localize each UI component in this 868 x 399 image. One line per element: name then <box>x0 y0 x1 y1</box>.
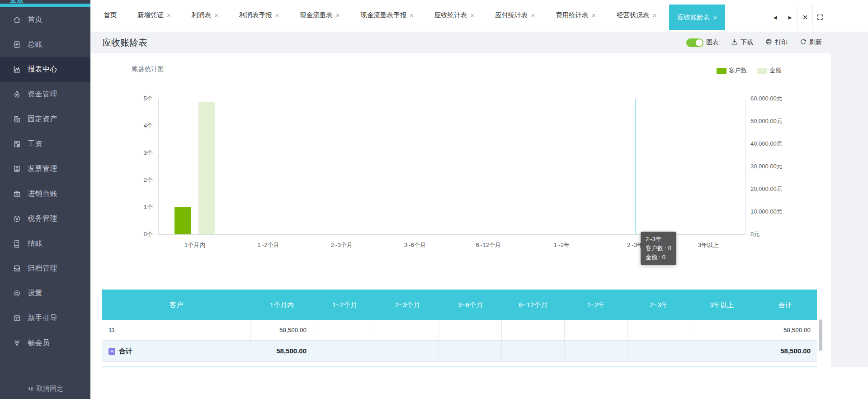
tab-经营状况表[interactable]: 经营状况表× <box>609 0 665 30</box>
column-header-3~6个月[interactable]: 3~6个月 <box>439 290 502 320</box>
sidebar-item-label: 报表中心 <box>28 65 57 74</box>
sidebar-item-invoice-management[interactable]: 发票管理 <box>0 157 90 181</box>
tab-close-icon[interactable]: × <box>652 11 656 19</box>
chart-toggle[interactable]: 图表 <box>686 38 719 47</box>
download-button[interactable]: 下载 <box>731 38 753 47</box>
fullscreen-button[interactable] <box>812 5 827 30</box>
cell <box>690 341 753 361</box>
sidebar-item-beginner-guide[interactable]: 新手引导 <box>0 306 90 331</box>
page-title: 应收账龄表 <box>102 32 147 53</box>
x-axis-line <box>158 234 745 235</box>
print-button[interactable]: 打印 <box>765 38 788 47</box>
sidebar-item-funds-management[interactable]: 资金管理 <box>0 82 90 107</box>
sidebar-item-payroll[interactable]: 工资 <box>0 132 90 157</box>
sidebar-item-tax-management[interactable]: 税务管理 <box>0 206 90 231</box>
y-axis-left-tick: 0个 <box>114 230 153 238</box>
sidebar-item-member[interactable]: 畅会员 <box>0 331 90 356</box>
y-axis-right-tick: 50,000.00元 <box>750 117 809 125</box>
toggle-knob <box>696 39 703 46</box>
unpin-sidebar-button[interactable]: 取消固定 <box>0 381 90 396</box>
y-axis-right-tick: 30,000.00元 <box>750 162 809 171</box>
sidebar-item-settings[interactable]: 设置 <box>0 281 90 306</box>
tab-label: 现金流量表 <box>300 11 333 19</box>
tab-close-icon[interactable]: × <box>410 11 414 19</box>
chart-toggle-switch[interactable] <box>686 38 703 47</box>
tab-应付统计表[interactable]: 应付统计表× <box>487 0 543 30</box>
y-axis-right-tick: 60,000.00元 <box>750 95 809 103</box>
tab-利润表季报[interactable]: 利润表季报× <box>231 0 287 30</box>
gear-icon <box>13 289 22 298</box>
column-header-2~3个月[interactable]: 2~3个月 <box>376 290 439 320</box>
column-header-1~2个月[interactable]: 1~2个月 <box>313 290 376 320</box>
tab-close-icon[interactable]: × <box>336 11 340 19</box>
tab-close-icon[interactable]: × <box>470 11 474 19</box>
tab-label: 应收统计表 <box>434 11 467 19</box>
refresh-button[interactable]: 刷新 <box>800 38 822 47</box>
scroll-tabs-right-button[interactable]: ▶ <box>783 5 797 30</box>
scroll-tabs-left-button[interactable]: ◀ <box>768 5 783 30</box>
tab-利润表[interactable]: 利润表× <box>184 0 226 30</box>
column-header-2~3年[interactable]: 2~3年 <box>627 290 690 320</box>
sidebar-item-archive-management[interactable]: 归档管理 <box>0 256 90 281</box>
app-logo: 业版 <box>0 0 90 7</box>
cell <box>565 341 627 361</box>
cell <box>439 320 502 340</box>
building-icon <box>13 115 22 124</box>
sidebar-item-closing[interactable]: 结账 <box>0 231 90 256</box>
y-axis-right-tick: 10,000.00元 <box>750 208 809 216</box>
print-label: 打印 <box>775 38 788 47</box>
tab-close-icon[interactable]: × <box>214 11 218 19</box>
chart-toggle-label: 图表 <box>706 38 719 47</box>
tab-close-icon[interactable]: × <box>167 11 171 19</box>
table-bottom-accent <box>102 366 817 367</box>
y-axis-right-tick: 20,000.00元 <box>750 185 809 193</box>
tab-bar: 首页新增凭证×利润表×利润表季报×现金流量表×现金流量表季报×应收统计表×应付统… <box>90 0 868 30</box>
tab-label: 应付统计表 <box>495 11 528 19</box>
y-axis-left-tick: 4个 <box>114 122 153 130</box>
download-label: 下载 <box>741 38 753 47</box>
unpin-label: 取消固定 <box>36 385 63 393</box>
tab-现金流量表季报[interactable]: 现金流量表季报× <box>353 0 422 30</box>
tab-应收账龄表[interactable]: 应收账龄表× <box>669 5 725 30</box>
column-header-客户[interactable]: 客户 <box>102 290 250 320</box>
y-axis-left-line <box>158 99 159 234</box>
tab-label: 利润表季报 <box>239 11 272 19</box>
tab-home[interactable]: 首页 <box>95 0 125 30</box>
column-header-6~12个月[interactable]: 6~12个月 <box>502 290 565 320</box>
tooltip-line: 2~3年 <box>646 235 671 244</box>
x-axis-label: 2~3年 <box>604 241 667 249</box>
ledger-icon <box>13 40 22 49</box>
sidebar-item-home[interactable]: 首页 <box>0 7 90 32</box>
table-scrollbar-thumb[interactable] <box>819 319 822 351</box>
cell: 58,500.00 <box>753 320 817 340</box>
close-tabs-button[interactable]: × <box>797 5 812 30</box>
cell <box>627 341 690 361</box>
sidebar-item-label: 首页 <box>28 15 42 24</box>
sidebar-item-label: 归档管理 <box>28 264 57 273</box>
tab-close-icon[interactable]: × <box>592 11 596 19</box>
tab-应收统计表[interactable]: 应收统计表× <box>426 0 482 30</box>
column-header-合计[interactable]: 合计 <box>753 290 817 320</box>
money-bag-icon <box>13 90 22 99</box>
y-axis-left-tick: 5个 <box>114 95 153 103</box>
column-header-3年以上[interactable]: 3年以上 <box>690 290 753 320</box>
tab-close-icon[interactable]: × <box>275 11 279 19</box>
archive-tray-icon <box>13 264 22 273</box>
column-header-1个月内[interactable]: 1个月内 <box>250 290 313 320</box>
sidebar-item-fixed-assets[interactable]: 固定资产 <box>0 107 90 132</box>
tab-现金流量表[interactable]: 现金流量表× <box>292 0 348 30</box>
video-guide-icon <box>13 314 22 323</box>
sidebar-item-label: 畅会员 <box>28 338 50 348</box>
column-header-1~2年[interactable]: 1~2年 <box>565 290 627 320</box>
content-right-gutter <box>831 53 868 367</box>
tab-close-icon[interactable]: × <box>531 11 535 19</box>
sidebar-item-report-center[interactable]: 报表中心 <box>0 57 90 82</box>
sidebar-item-general-ledger[interactable]: 总账 <box>0 32 90 57</box>
sidebar-item-purchase-sales-ledger[interactable]: 进销台账 <box>0 181 90 206</box>
tab-费用统计表[interactable]: 费用统计表× <box>547 0 604 30</box>
tab-close-icon[interactable]: × <box>713 14 717 21</box>
tab-新增凭证[interactable]: 新增凭证× <box>129 0 179 30</box>
x-axis-label: 6~12个月 <box>457 241 520 249</box>
tab-label: 新增凭证 <box>137 11 164 19</box>
tab-label: 经营状况表 <box>617 11 650 19</box>
